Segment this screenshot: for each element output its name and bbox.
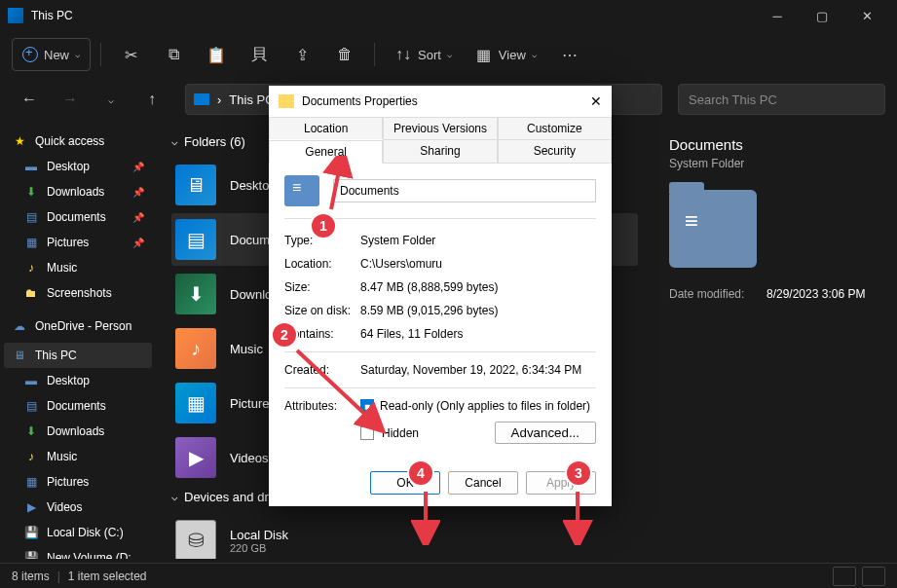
sidebar-quick-access[interactable]: ★ Quick access xyxy=(4,129,152,154)
document-icon: ▤ xyxy=(23,398,39,414)
tab-sharing[interactable]: Sharing xyxy=(383,139,497,163)
star-icon: ★ xyxy=(12,133,27,149)
dialog-tabs: Location Previous Versions Customize Gen… xyxy=(269,117,612,164)
sidebar-item-new-volume[interactable]: 💾New Volume (D: xyxy=(16,545,152,559)
size-value: 8.47 MB (8,888,599 bytes) xyxy=(360,280,498,294)
sidebar-item-music[interactable]: ♪Music xyxy=(16,444,152,469)
sidebar-item-label: New Volume (D: xyxy=(47,551,131,559)
sort-label: Sort xyxy=(418,48,441,62)
copy-icon: ⧉ xyxy=(165,46,182,63)
titlebar: This PC ─ ▢ ✕ xyxy=(0,0,897,31)
cut-button[interactable]: ✂ xyxy=(111,38,150,71)
up-button[interactable]: ↑ xyxy=(134,84,169,115)
tab-location[interactable]: Location xyxy=(269,117,383,139)
search-input[interactable]: Search This PC xyxy=(678,84,885,115)
sidebar-item-downloads[interactable]: ⬇Downloads📌 xyxy=(16,179,152,204)
readonly-label: Read-only (Only applies to files in fold… xyxy=(380,399,590,413)
sidebar-onedrive[interactable]: ☁OneDrive - Person xyxy=(4,313,152,339)
sidebar-item-label: Downloads xyxy=(47,185,104,199)
sidebar-item-desktop[interactable]: ▬Desktop📌 xyxy=(16,154,152,179)
music-icon: ♪ xyxy=(175,328,216,369)
search-placeholder: Search This PC xyxy=(689,92,777,107)
view-details-button[interactable] xyxy=(833,567,856,586)
sidebar-item-documents[interactable]: ▤Documents xyxy=(16,393,152,419)
pictures-icon: ▦ xyxy=(175,383,216,423)
desktop-icon: ▬ xyxy=(23,159,39,174)
created-value: Saturday, November 19, 2022, 6:34:34 PM xyxy=(360,363,581,377)
sidebar-item-local-disk[interactable]: 💾Local Disk (C:) xyxy=(16,520,152,545)
paste-button[interactable]: 📋 xyxy=(197,38,236,71)
sidebar-item-label: Music xyxy=(47,261,77,275)
breadcrumb[interactable]: This PC xyxy=(229,92,274,107)
more-button[interactable]: ⋯ xyxy=(550,38,589,71)
dialog-folder-icon xyxy=(284,175,319,206)
maximize-button[interactable]: ▢ xyxy=(800,0,844,31)
new-button[interactable]: New ⌵ xyxy=(12,38,91,71)
close-button[interactable]: ✕ xyxy=(844,0,889,31)
dialog-titlebar: Documents Properties ✕ xyxy=(269,86,612,117)
view-button[interactable]: ▦ View ⌵ xyxy=(466,38,546,71)
video-icon: ▶ xyxy=(175,437,216,478)
tab-security[interactable]: Security xyxy=(498,139,612,163)
sidebar-item-label: Screenshots xyxy=(47,286,112,300)
rename-icon: ⾙ xyxy=(250,46,268,63)
drive-label: Local Disk xyxy=(230,528,288,542)
annotation-arrow-2 xyxy=(292,346,390,443)
chevron-down-icon: ⌵ xyxy=(447,50,452,59)
back-button[interactable]: ← xyxy=(12,84,47,115)
sidebar-item-desktop[interactable]: ▬Desktop xyxy=(16,368,152,393)
copy-button[interactable]: ⧉ xyxy=(154,38,193,71)
view-thumbnails-button[interactable] xyxy=(862,567,885,586)
drive-sub: 220 GB xyxy=(230,542,288,554)
rename-button[interactable]: ⾙ xyxy=(240,38,279,71)
pc-icon: 🖥 xyxy=(12,348,27,363)
forward-button[interactable]: → xyxy=(53,84,88,115)
disk-icon: 💾 xyxy=(23,525,39,540)
sidebar-item-documents[interactable]: ▤Documents📌 xyxy=(16,204,152,230)
advanced-button[interactable]: Advanced... xyxy=(495,422,596,444)
recent-dropdown[interactable]: ⌵ xyxy=(93,84,129,115)
sidebar-item-label: Local Disk (C:) xyxy=(47,526,124,539)
sidebar-item-music[interactable]: ♪Music xyxy=(16,255,152,280)
document-icon: ▤ xyxy=(23,209,39,225)
divider xyxy=(100,43,101,66)
sidebar-item-pictures[interactable]: ▦Pictures📌 xyxy=(16,230,152,255)
location-label: Location: xyxy=(284,257,360,271)
toolbar: New ⌵ ✂ ⧉ 📋 ⾙ ⇪ 🗑 ↑↓ Sort ⌵ ▦ View ⌵ ⋯ xyxy=(0,31,897,78)
sort-icon: ↑↓ xyxy=(394,46,412,63)
sidebar-item-screenshots[interactable]: 🖿Screenshots xyxy=(16,280,152,306)
close-icon[interactable]: ✕ xyxy=(590,93,602,109)
cancel-button[interactable]: Cancel xyxy=(448,471,518,495)
sort-button[interactable]: ↑↓ Sort ⌵ xyxy=(385,38,462,71)
share-icon: ⇪ xyxy=(293,46,311,63)
folder-name-field[interactable]: Documents xyxy=(333,179,596,202)
folder-preview-icon xyxy=(669,190,757,268)
delete-button[interactable]: 🗑 xyxy=(325,38,364,71)
sidebar-item-label: This PC xyxy=(35,349,77,362)
location-value: C:\Users\omuru xyxy=(360,257,442,271)
tab-customize[interactable]: Customize xyxy=(498,117,612,139)
sidebar-item-label: Desktop xyxy=(47,160,90,173)
pictures-icon: ▦ xyxy=(23,474,39,490)
disk-icon: 💾 xyxy=(23,550,39,559)
sidebar-item-pictures[interactable]: ▦Pictures xyxy=(16,469,152,495)
share-button[interactable]: ⇪ xyxy=(282,38,321,71)
document-icon: ▤ xyxy=(175,219,216,260)
details-subtitle: System Folder xyxy=(669,157,881,170)
annotation-badge-2: 2 xyxy=(271,321,298,349)
annotation-badge-1: 1 xyxy=(310,212,337,239)
sidebar-this-pc[interactable]: 🖥This PC xyxy=(4,343,152,368)
download-icon: ⬇ xyxy=(175,274,216,314)
sidebar-item-label: Videos xyxy=(47,500,82,514)
sidebar-item-label: Downloads xyxy=(47,424,104,438)
app-icon xyxy=(8,8,23,23)
tab-previous-versions[interactable]: Previous Versions xyxy=(383,117,497,139)
minimize-button[interactable]: ─ xyxy=(755,0,800,31)
pin-icon: 📌 xyxy=(132,162,144,172)
view-icon: ▦ xyxy=(475,46,493,63)
new-label: New xyxy=(44,48,69,62)
download-icon: ⬇ xyxy=(23,423,39,439)
sidebar-item-videos[interactable]: ▶Videos xyxy=(16,495,152,520)
pin-icon: 📌 xyxy=(132,238,144,248)
sidebar-item-downloads[interactable]: ⬇Downloads xyxy=(16,419,152,444)
